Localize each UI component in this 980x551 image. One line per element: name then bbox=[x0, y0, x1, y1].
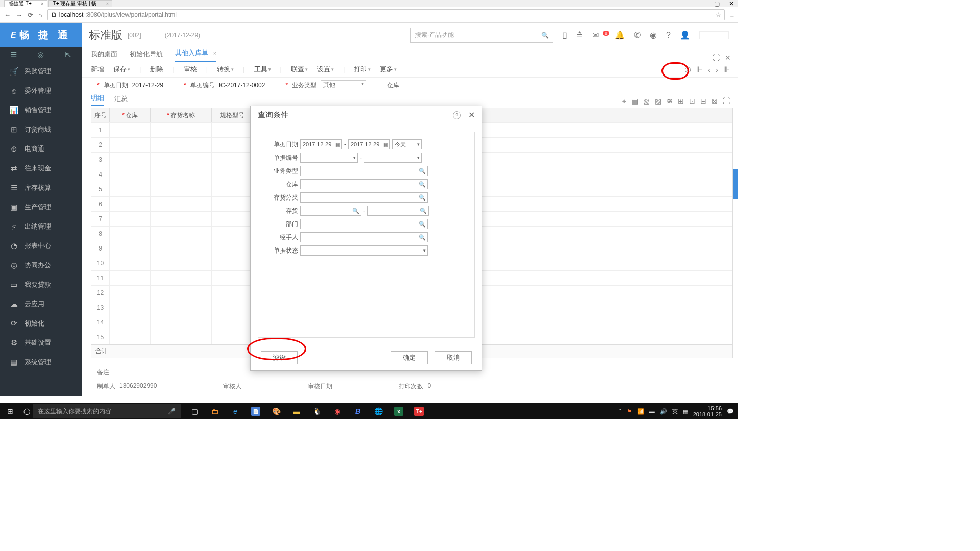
handler-input[interactable]: 🔍 bbox=[300, 232, 428, 242]
query-icon[interactable]: ◎ bbox=[684, 65, 691, 74]
sidebar-item-14[interactable]: ⚙基础设置 bbox=[0, 333, 82, 353]
convert-button[interactable]: 转换▾ bbox=[217, 65, 234, 74]
locate-icon[interactable]: ⌖ bbox=[622, 97, 626, 106]
reload-icon[interactable]: ⟳ bbox=[28, 11, 33, 19]
close-all-icon[interactable]: ✕ bbox=[725, 54, 731, 62]
close-icon[interactable]: × bbox=[106, 1, 109, 7]
phone-icon[interactable]: ✆ bbox=[634, 30, 641, 40]
keyboard-icon[interactable]: ▦ bbox=[683, 408, 688, 415]
wh-input[interactable]: 🔍 bbox=[300, 179, 428, 189]
message-icon[interactable]: ✉8 bbox=[592, 30, 605, 40]
taskview-icon[interactable]: ▢ bbox=[190, 407, 199, 416]
back-icon[interactable]: ← bbox=[4, 11, 11, 19]
search-input[interactable]: 搜索-产品功能 🔍 bbox=[410, 28, 553, 43]
sidebar-item-1[interactable]: ⎋委外管理 bbox=[0, 81, 82, 101]
sticky-icon[interactable]: ▬ bbox=[292, 407, 301, 416]
home-icon[interactable]: ⌂ bbox=[38, 11, 42, 19]
url-input[interactable]: 🗋 localhost:8080/tplus/view/portal/porta… bbox=[47, 9, 725, 20]
sidebar-item-4[interactable]: ⊕电商通 bbox=[0, 139, 82, 159]
browser-tab-2[interactable]: T+ 现存量 审核 | 畅 × bbox=[48, 0, 113, 7]
sidebar-item-13[interactable]: ⟳初始化 bbox=[0, 314, 82, 333]
cortana-icon[interactable]: ◯ bbox=[20, 408, 33, 415]
save-button[interactable]: 保存▾ bbox=[113, 65, 130, 74]
app-icon[interactable]: B bbox=[353, 407, 362, 416]
help-icon[interactable]: ? bbox=[666, 31, 671, 40]
grid-icon-2[interactable]: ▧ bbox=[643, 97, 650, 106]
date-to-input[interactable]: 2017-12-29▦ bbox=[348, 139, 390, 149]
menu-icon[interactable]: ☰ bbox=[10, 50, 17, 59]
close-icon[interactable]: ✕ bbox=[729, 0, 734, 7]
bill-date-value[interactable]: 2017-12-29 bbox=[132, 82, 163, 89]
clock[interactable]: 15:56 2018-01-25 bbox=[693, 405, 722, 417]
location-icon[interactable]: ◉ bbox=[650, 30, 657, 40]
sidebar-item-2[interactable]: 📊销售管理 bbox=[0, 101, 82, 120]
sidebar-item-0[interactable]: 🛒采购管理 bbox=[0, 62, 82, 81]
expand-icon[interactable]: ⛶ bbox=[713, 54, 720, 62]
wifi-icon[interactable]: 📶 bbox=[637, 408, 644, 415]
explorer-icon[interactable]: 🗀 bbox=[210, 407, 219, 416]
sidebar-item-6[interactable]: ☰库存核算 bbox=[0, 178, 82, 197]
bill-code-value[interactable]: IC-2017-12-0002 bbox=[219, 82, 265, 89]
biz-input[interactable]: 🔍 bbox=[300, 166, 428, 176]
scrollbar-thumb[interactable] bbox=[733, 169, 738, 199]
next-icon[interactable]: › bbox=[716, 65, 718, 74]
prev-icon[interactable]: ‹ bbox=[708, 65, 710, 74]
volume-icon[interactable]: 🔊 bbox=[660, 408, 667, 415]
maximize-icon[interactable]: ▢ bbox=[714, 0, 720, 7]
fullscreen-icon[interactable]: ⛶ bbox=[723, 97, 730, 106]
app-icon[interactable]: ◉ bbox=[333, 407, 342, 416]
cancel-button[interactable]: 取消 bbox=[435, 351, 472, 364]
battery-icon[interactable]: ▬ bbox=[649, 408, 655, 414]
inv-to-input[interactable]: 🔍 bbox=[368, 206, 429, 216]
bookmark-icon[interactable]: ☆ bbox=[716, 11, 721, 18]
more-button[interactable]: 更多▾ bbox=[380, 65, 397, 74]
tab-init-guide[interactable]: 初始化导航 bbox=[130, 49, 163, 62]
qq-icon[interactable]: 🐧 bbox=[312, 407, 322, 416]
ime-indicator[interactable]: 英 bbox=[672, 408, 678, 415]
sidebar-item-8[interactable]: ⎘出纳管理 bbox=[0, 217, 82, 236]
menu-icon[interactable]: ≡ bbox=[730, 11, 734, 19]
forward-icon[interactable]: → bbox=[16, 11, 22, 19]
sidebar-item-5[interactable]: ⇄往来现金 bbox=[0, 159, 82, 178]
col-icon-2[interactable]: ⊡ bbox=[689, 97, 695, 106]
paint-icon[interactable]: 🎨 bbox=[272, 407, 281, 416]
close-icon[interactable]: ✕ bbox=[468, 110, 475, 120]
ok-button[interactable]: 确定 bbox=[391, 351, 428, 364]
last-icon[interactable]: ⊪ bbox=[723, 65, 730, 74]
notepad-icon[interactable]: 📄 bbox=[251, 407, 260, 416]
notifications-icon[interactable]: 💬 bbox=[727, 408, 734, 415]
subtab-summary[interactable]: 汇总 bbox=[114, 94, 128, 106]
biz-type-select[interactable]: 其他 bbox=[321, 80, 366, 90]
inv-from-input[interactable]: 🔍 bbox=[300, 206, 361, 216]
settings-icon[interactable]: ≛ bbox=[576, 30, 583, 40]
mobile-icon[interactable]: ▯ bbox=[562, 30, 567, 40]
tab-my-desktop[interactable]: 我的桌面 bbox=[91, 49, 117, 62]
filter-icon[interactable]: ≋ bbox=[667, 97, 673, 106]
new-button[interactable]: 新增 bbox=[91, 65, 104, 74]
sidebar-item-12[interactable]: ☁云应用 bbox=[0, 294, 82, 314]
browser-icon[interactable]: 🌐 bbox=[374, 407, 383, 416]
tool-button[interactable]: 工具▾ bbox=[254, 65, 271, 74]
delete-button[interactable]: 删除 bbox=[150, 65, 163, 74]
help-icon[interactable]: ? bbox=[453, 111, 461, 119]
tplus-icon[interactable]: T+ bbox=[414, 407, 424, 416]
cat-input[interactable]: 🔍 bbox=[300, 192, 428, 203]
edge-icon[interactable]: e bbox=[231, 407, 240, 416]
mic-icon[interactable]: 🎤 bbox=[168, 408, 176, 415]
user-icon[interactable]: 👤 bbox=[680, 30, 690, 40]
browser-tab-1[interactable]: 畅捷通 T+ × bbox=[4, 0, 47, 7]
dept-input[interactable]: 🔍 bbox=[300, 219, 428, 229]
first-icon[interactable]: ⊩ bbox=[696, 65, 703, 74]
grid-icon-3[interactable]: ▨ bbox=[655, 97, 662, 106]
excel-icon[interactable]: x bbox=[394, 407, 403, 416]
audit-button[interactable]: 审核 bbox=[184, 65, 197, 74]
sidebar-item-15[interactable]: ▤系统管理 bbox=[0, 353, 82, 372]
cortana-search[interactable]: 在这里输入你要搜索的内容 🎤 bbox=[33, 404, 181, 418]
sidebar-item-9[interactable]: ◔报表中心 bbox=[0, 236, 82, 256]
col-icon-4[interactable]: ⊠ bbox=[712, 97, 718, 106]
search-icon[interactable]: 🔍 bbox=[541, 32, 549, 39]
tray-chevron-icon[interactable]: ˄ bbox=[619, 408, 622, 415]
code-from-input[interactable]: ▾ bbox=[300, 153, 358, 163]
tray-flag-icon[interactable]: ⚑ bbox=[627, 408, 632, 415]
sidebar-item-10[interactable]: ◎协同办公 bbox=[0, 256, 82, 275]
